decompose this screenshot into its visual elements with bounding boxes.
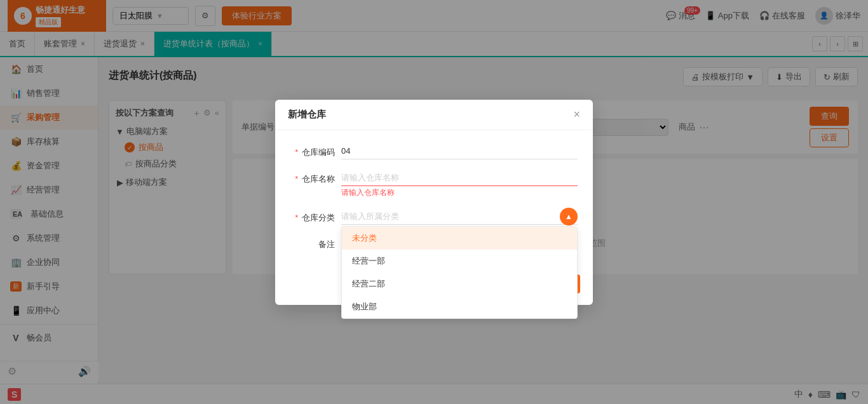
name-error-msg: 请输入仓库名称: [341, 187, 578, 198]
name-label: * 仓库名称: [290, 170, 335, 185]
category-toggle-button[interactable]: ▲: [560, 208, 578, 226]
category-input[interactable]: [341, 208, 578, 225]
dialog-overlay: 新增仓库 × * 仓库编码 * 仓库名称: [0, 0, 868, 404]
dropdown-item-ops1[interactable]: 经营一部: [342, 250, 577, 273]
category-label: * 仓库分类: [290, 208, 335, 224]
dialog-close-button[interactable]: ×: [573, 109, 580, 120]
name-input[interactable]: [341, 170, 578, 186]
category-dropdown: 未分类 经营一部 经营二部 物业部: [341, 226, 578, 319]
dropdown-item-uncategorized[interactable]: 未分类: [342, 227, 577, 250]
dropdown-item-ops2[interactable]: 经营二部: [342, 273, 577, 295]
form-row-code: * 仓库编码: [290, 143, 578, 159]
add-warehouse-dialog: 新增仓库 × * 仓库编码 * 仓库名称: [275, 100, 593, 305]
chevron-up-icon: ▲: [565, 212, 573, 221]
code-label: * 仓库编码: [290, 143, 335, 158]
dropdown-item-property[interactable]: 物业部: [342, 295, 577, 318]
category-input-wrap: ▲ 未分类 经营一部 经营二部 物业部: [341, 208, 578, 225]
dialog-header: 新增仓库 ×: [275, 100, 593, 130]
code-input[interactable]: [341, 143, 578, 159]
form-row-name: * 仓库名称 请输入仓库名称: [290, 170, 578, 198]
form-row-category: * 仓库分类 ▲ 未分类 经营一部: [290, 208, 578, 225]
dialog-body: * 仓库编码 * 仓库名称 请输入仓库名称: [275, 130, 593, 268]
dialog-title: 新增仓库: [288, 109, 326, 121]
note-label: 备注: [290, 235, 335, 250]
